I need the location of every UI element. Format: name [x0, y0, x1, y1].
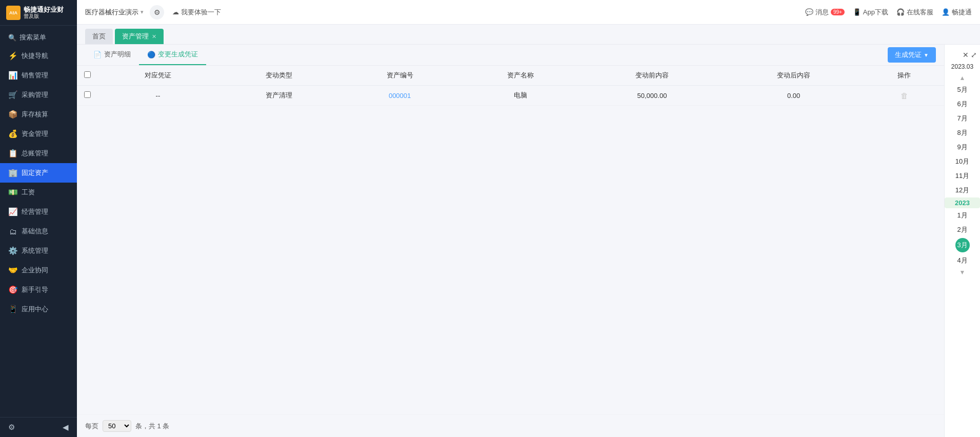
date-month-12[interactable]: 12月 [945, 183, 980, 197]
date-month-6[interactable]: 6月 [945, 97, 980, 111]
message-badge: 99+ [831, 9, 845, 15]
th-before-change: 变动前内容 [581, 66, 723, 86]
sidebar-item-label: 快捷导航 [22, 51, 48, 61]
date-month-5[interactable]: 5月 [945, 83, 980, 97]
sales-icon: 📊 [8, 71, 17, 80]
app-download-action[interactable]: 📱 App下载 [853, 8, 888, 17]
sidebar-item-label: 搜索菜单 [19, 33, 46, 42]
sidebar-item-search[interactable]: 🔍 搜索菜单 [0, 29, 77, 46]
row-action-cell: 🗑 [865, 86, 944, 106]
sidebar-item-enterprise[interactable]: 🤝 企业协同 [0, 261, 77, 280]
delete-row-icon[interactable]: 🗑 [901, 91, 908, 100]
user-profile[interactable]: 👤 畅捷通 [942, 8, 972, 17]
sidebar-bottom: ⚙ ◀ [0, 417, 77, 437]
sidebar-item-quicknav[interactable]: ⚡ 快捷导航 [0, 46, 77, 66]
date-scroll-down[interactable]: ▼ [945, 268, 980, 277]
sidebar-item-label: 固定资产 [22, 168, 48, 177]
sidebar-item-sales[interactable]: 📊 销售管理 [0, 66, 77, 85]
app-download-label: App下载 [863, 8, 888, 17]
sidebar-item-appcenter[interactable]: 📱 应用中心 [0, 300, 77, 319]
online-service-action[interactable]: 🎧 在线客服 [896, 8, 933, 17]
online-service-label: 在线客服 [907, 8, 933, 17]
date-month-10[interactable]: 10月 [945, 154, 980, 169]
sidebar-item-label: 采购管理 [22, 90, 48, 100]
sidebar-item-label: 企业协同 [22, 266, 48, 275]
sidebar-item-inventory[interactable]: 📦 库存核算 [0, 105, 77, 124]
message-action[interactable]: 💬 消息 99+ [805, 8, 845, 17]
logo-icon: AtA [6, 6, 21, 20]
wages-icon: 💵 [8, 188, 17, 197]
th-change-type: 变动类型 [218, 66, 339, 86]
company-selector[interactable]: 医疗器械行业演示 ▾ [85, 8, 144, 17]
toolbar-right: 生成凭证 ▼ [888, 47, 936, 63]
inner-tab-asset-detail-label: 资产明细 [104, 50, 131, 59]
date-month-1[interactable]: 1月 [945, 208, 980, 223]
tab-home[interactable]: 首页 [85, 29, 113, 44]
inner-tab-asset-detail[interactable]: 📄 资产明细 [85, 45, 139, 65]
th-after-change: 变动后内容 [723, 66, 865, 86]
change-voucher-icon: 🔵 [147, 51, 155, 58]
sidebar-item-purchase[interactable]: 🛒 采购管理 [0, 85, 77, 105]
date-month-4[interactable]: 4月 [945, 253, 980, 268]
date-month-3-active[interactable]: 3月 [955, 238, 970, 252]
settings-button[interactable]: ⚙ [150, 5, 164, 19]
sidebar-item-ledger[interactable]: 📋 总账管理 [0, 144, 77, 163]
message-label: 消息 [815, 8, 829, 17]
sidebar-item-funds[interactable]: 💰 资金管理 [0, 124, 77, 144]
per-page-label: 每页 [85, 422, 98, 431]
expand-panel-icon[interactable]: ⤢ [971, 51, 977, 59]
date-scroll-up[interactable]: ▲ [945, 73, 980, 83]
date-month-7[interactable]: 7月 [945, 111, 980, 126]
table-header-row: 对应凭证 变动类型 资产编号 资产名称 变动前内容 变动后内容 操作 [77, 66, 944, 86]
sidebar-item-system[interactable]: ⚙️ 系统管理 [0, 241, 77, 261]
sidebar-item-guide[interactable]: 🎯 新手引导 [0, 280, 77, 300]
date-panel: ✕ ⤢ 2023.03 ▲ 5月 6月 7月 8月 9月 10月 11月 12月… [944, 45, 980, 437]
th-checkbox [77, 66, 97, 86]
date-month-9[interactable]: 9月 [945, 140, 980, 154]
search-icon: 🔍 [8, 34, 16, 42]
date-month-11[interactable]: 11月 [945, 169, 980, 183]
enterprise-icon: 🤝 [8, 266, 17, 275]
sidebar-item-label: 工资 [22, 188, 35, 197]
date-month-8[interactable]: 8月 [945, 126, 980, 140]
header-right: 💬 消息 99+ 📱 App下载 🎧 在线客服 👤 畅捷通 [805, 8, 972, 17]
sidebar-item-wages[interactable]: 💵 工资 [0, 183, 77, 202]
app-name: 畅捷通好业财 [24, 6, 64, 14]
date-month-2[interactable]: 2月 [945, 223, 980, 237]
sidebar-item-basicinfo[interactable]: 🗂 基础信息 [0, 222, 77, 241]
tab-asset-mgmt-label: 资产管理 [122, 32, 149, 41]
row-checkbox[interactable] [84, 91, 91, 98]
sidebar-collapse-icon[interactable]: ◀ [63, 423, 69, 432]
content-area: 📄 资产明细 🔵 变更生成凭证 生成凭证 ▼ [77, 45, 980, 437]
top-header: 医疗器械行业演示 ▾ ⚙ ☁ 我要体验一下 💬 消息 99+ 📱 App下载 🎧… [77, 0, 980, 25]
ledger-icon: 📋 [8, 149, 17, 158]
row-checkbox-cell [77, 86, 97, 106]
dropdown-arrow-icon: ▼ [924, 52, 929, 58]
sidebar-item-label: 经营管理 [22, 207, 48, 216]
total-count: 条，共 1 条 [135, 422, 169, 431]
tab-asset-mgmt[interactable]: 资产管理 ✕ [115, 29, 164, 44]
funds-icon: 💰 [8, 129, 17, 138]
sidebar-item-operations[interactable]: 📈 经营管理 [0, 202, 77, 222]
mobile-icon: 📱 [853, 8, 861, 16]
select-all-checkbox[interactable] [84, 71, 91, 78]
quicknav-icon: ⚡ [8, 51, 17, 61]
asset-detail-icon: 📄 [93, 51, 102, 58]
row-after-change: 0.00 [723, 86, 865, 106]
sidebar-item-label: 销售管理 [22, 71, 48, 80]
generate-voucher-button[interactable]: 生成凭证 ▼ [888, 47, 936, 63]
username: 畅捷通 [952, 8, 972, 17]
sidebar-settings-icon[interactable]: ⚙ [8, 423, 15, 432]
sidebar: AtA 畅捷通好业财 普及版 🔍 搜索菜单 ⚡ 快捷导航 📊 销售管理 🛒 采购… [0, 0, 77, 437]
th-voucher: 对应凭证 [97, 66, 218, 86]
sidebar-nav: 🔍 搜索菜单 ⚡ 快捷导航 📊 销售管理 🛒 采购管理 📦 库存核算 💰 资金管… [0, 26, 77, 417]
tab-close-icon[interactable]: ✕ [152, 33, 156, 40]
inner-tab-change-voucher[interactable]: 🔵 变更生成凭证 [139, 45, 206, 65]
experience-button[interactable]: ☁ 我要体验一下 [172, 8, 221, 17]
sidebar-item-assets[interactable]: 🏢 固定资产 [0, 163, 77, 183]
close-panel-icon[interactable]: ✕ [963, 51, 969, 59]
headset-icon: 🎧 [896, 8, 905, 16]
per-page-select[interactable]: 50 10 20 100 [103, 420, 131, 432]
pagination: 每页 50 10 20 100 条，共 1 条 [77, 414, 944, 437]
date-panel-controls: ✕ ⤢ [945, 49, 980, 61]
